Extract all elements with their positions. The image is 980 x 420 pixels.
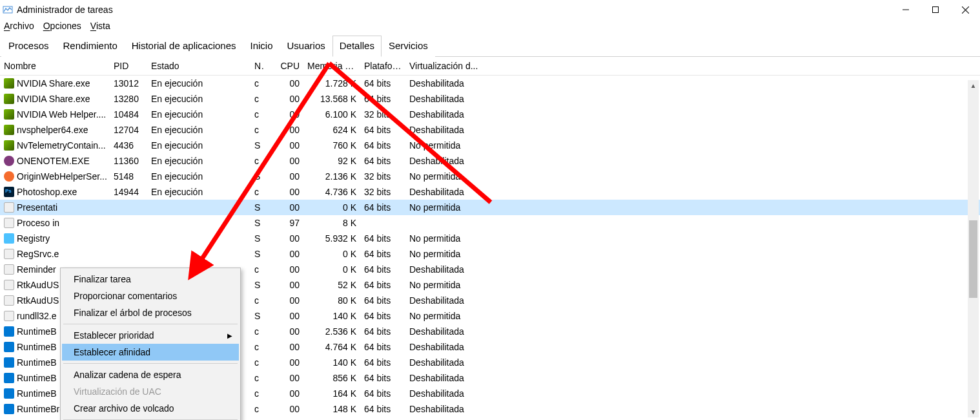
- table-row[interactable]: NvTelemetryContain...4436En ejecuciónS00…: [0, 138, 980, 153]
- cell-pid: [110, 231, 147, 246]
- cell-plat: 64 bits: [360, 200, 405, 215]
- table-row[interactable]: PresentatiS000 K64 bitsNo permitida: [0, 200, 980, 215]
- col-cpu[interactable]: CPU: [265, 57, 303, 76]
- context-menu-item: Virtualización de UAC: [62, 383, 239, 400]
- cell-virt: Deshabilitada: [405, 184, 483, 200]
- submenu-arrow-icon: ▶: [227, 332, 232, 339]
- context-menu-item[interactable]: Finalizar el árbol de procesos: [62, 304, 239, 321]
- tab-servicios[interactable]: Servicios: [382, 36, 435, 57]
- cell-estado: En ejecución: [147, 184, 250, 200]
- cell-mem: 2.136 K: [303, 169, 360, 184]
- table-row[interactable]: NVIDIA Share.exe13280En ejecuciónc0013.5…: [0, 91, 980, 107]
- cell-cpu: 00: [265, 308, 303, 324]
- cell-plat: 64 bits: [360, 262, 405, 277]
- menu-pciones[interactable]: Opciones: [43, 21, 81, 31]
- tab-procesos[interactable]: Procesos: [1, 36, 56, 57]
- process-name: nvsphelper64.exe: [17, 125, 88, 135]
- tab-inicio[interactable]: Inicio: [243, 36, 280, 57]
- cell-pid: 12704: [110, 122, 147, 138]
- minimize-button[interactable]: [891, 0, 921, 19]
- process-icon: [4, 156, 14, 166]
- context-menu-separator: [63, 324, 238, 324]
- cell-cpu: 00: [265, 370, 303, 386]
- cell-n2: S: [250, 215, 265, 231]
- cell-plat: 32 bits: [360, 169, 405, 184]
- tab-historial-de-aplicaciones[interactable]: Historial de aplicaciones: [125, 36, 243, 57]
- context-menu-item[interactable]: Proporcionar comentarios: [62, 288, 239, 304]
- tab-usuarios[interactable]: Usuarios: [280, 36, 332, 57]
- cell-cpu: 97: [265, 215, 303, 231]
- cell-n2: c: [250, 355, 265, 370]
- process-icon: [4, 326, 14, 337]
- cell-pid: 11360: [110, 153, 147, 169]
- cell-virt: Deshabilitada: [405, 153, 483, 169]
- cell-n2: c: [250, 262, 265, 277]
- menu-rchivo[interactable]: Archivo: [4, 21, 34, 31]
- table-row[interactable]: RegistryS005.932 K64 bitsNo permitida: [0, 231, 980, 246]
- cell-cpu: 00: [265, 277, 303, 293]
- cell-mem: 13.568 K: [303, 91, 360, 107]
- vertical-scrollbar[interactable]: ▲ ▼: [968, 80, 979, 417]
- cell-n2: c: [250, 370, 265, 386]
- cell-plat: 64 bits: [360, 122, 405, 138]
- menu-ista[interactable]: Vista: [90, 21, 110, 31]
- process-icon: [4, 373, 14, 383]
- cell-n2: c: [250, 324, 265, 339]
- cell-virt: Deshabilitada: [405, 386, 483, 401]
- cell-plat: 64 bits: [360, 355, 405, 370]
- col-pid[interactable]: PID: [110, 57, 147, 76]
- tab-rendimiento[interactable]: Rendimiento: [56, 36, 125, 57]
- cell-cpu: 00: [265, 122, 303, 138]
- cell-cpu: 00: [265, 76, 303, 91]
- col-mem[interactable]: Memoria (e...: [303, 57, 360, 76]
- cell-mem: 4.736 K: [303, 184, 360, 200]
- cell-mem: 92 K: [303, 153, 360, 169]
- cell-virt: No permitida: [405, 308, 483, 324]
- context-menu-item[interactable]: Finalizar tarea: [62, 271, 239, 288]
- process-name: RtkAudUS: [17, 295, 59, 306]
- process-name: RuntimeB: [17, 388, 56, 399]
- context-menu-item[interactable]: Establecer prioridad▶: [62, 327, 239, 344]
- close-button[interactable]: [950, 0, 980, 19]
- cell-cpu: 00: [265, 339, 303, 355]
- process-icon: [4, 109, 14, 120]
- cell-estado: [147, 231, 250, 246]
- maximize-button[interactable]: [921, 0, 950, 19]
- scroll-up-arrow-icon[interactable]: ▲: [968, 80, 979, 91]
- context-menu-item[interactable]: Crear archivo de volcado: [62, 400, 239, 417]
- context-menu-item[interactable]: Establecer afinidad: [62, 344, 239, 361]
- cell-mem: 760 K: [303, 138, 360, 153]
- scroll-down-arrow-icon[interactable]: ▼: [968, 406, 979, 417]
- scroll-track[interactable]: [968, 91, 979, 406]
- table-row[interactable]: NVIDIA Web Helper....10484En ejecuciónc0…: [0, 107, 980, 122]
- cell-mem: 148 K: [303, 401, 360, 417]
- cell-mem: 0 K: [303, 246, 360, 262]
- cell-mem: 4.764 K: [303, 339, 360, 355]
- table-row[interactable]: NVIDIA Share.exe13012En ejecuciónc001.72…: [0, 76, 980, 91]
- table-row[interactable]: nvsphelper64.exe12704En ejecuciónc00624 …: [0, 122, 980, 138]
- cell-n2: S: [250, 138, 265, 153]
- tab-detalles[interactable]: Detalles: [332, 36, 382, 57]
- cell-n2: S: [250, 277, 265, 293]
- table-row[interactable]: Proceso inS978 K: [0, 215, 980, 231]
- cell-cpu: 00: [265, 246, 303, 262]
- table-row[interactable]: ONENOTEM.EXE11360En ejecuciónc0092 K64 b…: [0, 153, 980, 169]
- col-plat[interactable]: Plataforr...: [360, 57, 405, 76]
- process-name: Proceso in: [17, 218, 59, 228]
- process-icon: [4, 342, 14, 352]
- table-row[interactable]: RegSrvc.eS000 K64 bitsNo permitida: [0, 246, 980, 262]
- col-virt[interactable]: Virtualización d...: [405, 57, 483, 76]
- cell-virt: Deshabilitada: [405, 107, 483, 122]
- col-nombre[interactable]: Nombre: [0, 57, 110, 76]
- cell-plat: 64 bits: [360, 386, 405, 401]
- cell-plat: 64 bits: [360, 308, 405, 324]
- scroll-thumb[interactable]: [969, 220, 977, 298]
- table-row[interactable]: OriginWebHelperSer...5148En ejecuciónS00…: [0, 169, 980, 184]
- col-estado[interactable]: Estado: [147, 57, 250, 76]
- cell-pid: [110, 215, 147, 231]
- cell-cpu: 00: [265, 200, 303, 215]
- cell-virt: Deshabilitada: [405, 76, 483, 91]
- table-row[interactable]: Photoshop.exe14944En ejecuciónc004.736 K…: [0, 184, 980, 200]
- context-menu-item[interactable]: Analizar cadena de espera: [62, 366, 239, 383]
- col-n2[interactable]: N: [250, 57, 265, 76]
